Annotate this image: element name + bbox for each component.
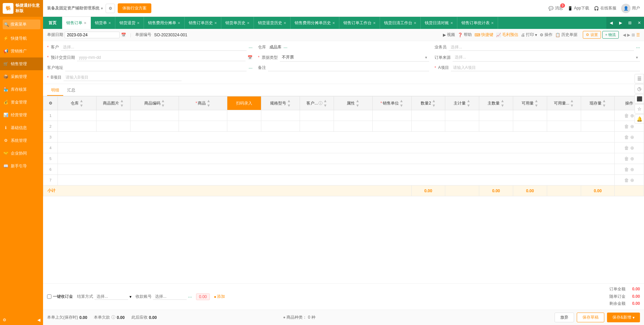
float-clock-btn[interactable]: ◷ — [635, 84, 644, 93]
tab-home[interactable]: 首页 — [43, 17, 62, 29]
tab-return-history[interactable]: 销货退货历史 ✕ — [254, 17, 291, 29]
video-btn[interactable]: ▶ 视频 — [443, 32, 455, 38]
sidebar-item-quicknav[interactable]: ⚡ 快捷导航 — [0, 32, 43, 45]
search-menu-button[interactable]: 🔍 搜索菜单 — [3, 19, 40, 29]
profit-estimate-btn[interactable]: 📈 毛利预估 — [496, 32, 518, 38]
tab-close-reconciliation[interactable]: ✕ — [450, 21, 453, 25]
copy-row-1-icon[interactable]: ⊕ — [630, 113, 634, 118]
sidebar-item-info[interactable]: ℹ 基础信息 — [0, 121, 43, 134]
tab-expand-icon[interactable]: ⊞ — [625, 17, 635, 29]
cell-spec-2[interactable] — [261, 121, 300, 132]
user-menu-button[interactable]: 👤 用户 — [621, 4, 640, 13]
cell-qty2-1[interactable] — [411, 110, 445, 121]
product-count-info-icon[interactable]: ● — [283, 315, 286, 320]
cell-image-2[interactable] — [97, 121, 130, 132]
save-dropdown-icon[interactable]: ▾ — [633, 315, 635, 320]
sort-icon-available2[interactable]: ▲▼ — [570, 98, 574, 108]
sidebar-item-purchase[interactable]: 📦 采购管理 — [0, 70, 43, 83]
cell-unit-2[interactable] — [373, 121, 411, 132]
tab-daily-workbench[interactable]: 钱货日清工作台 ✕ — [380, 17, 421, 29]
cell-avail2-1[interactable] — [547, 110, 581, 121]
add-payment-button[interactable]: ● 添加 — [214, 294, 225, 299]
cell-attr-2[interactable] — [334, 121, 373, 132]
sort-icon-custcode[interactable]: ▲▼ — [323, 98, 327, 108]
a-project-input[interactable] — [451, 64, 640, 71]
tab-sales-order[interactable]: 销售订单 ✕ — [62, 17, 91, 29]
sort-icon-main-unit[interactable]: ▲▼ — [466, 98, 470, 108]
customer-more-icon[interactable]: ··· — [249, 45, 253, 50]
address-more-icon[interactable]: ··· — [249, 65, 253, 71]
save-new-button[interactable]: 保存&新增 ▾ — [607, 313, 640, 322]
next-record-icon[interactable]: ▶ — [627, 33, 630, 37]
sort-icon-spec[interactable]: ▲▼ — [287, 98, 291, 108]
date-input[interactable] — [65, 32, 120, 38]
delete-row-4-icon[interactable]: 🗑 — [624, 145, 629, 151]
delete-row-5-icon[interactable]: 🗑 — [624, 156, 629, 161]
sidebar-item-collab[interactable]: 🤝 企业协同 — [0, 147, 43, 160]
copy-row-5-icon[interactable]: ⊕ — [630, 156, 634, 161]
sort-icon-image[interactable]: ▲▼ — [120, 98, 124, 108]
cell-code-2[interactable] — [130, 121, 179, 132]
prev-record-icon[interactable]: ◀ — [623, 33, 626, 37]
cell-mainunit-2[interactable] — [445, 121, 479, 132]
tab-statistics[interactable]: 销售订单统计表 ✕ — [457, 17, 498, 29]
copy-row-6-icon[interactable]: ⊕ — [630, 167, 634, 172]
calendar-icon[interactable]: 📅 — [121, 33, 126, 37]
cell-mainqty-1[interactable] — [479, 110, 513, 121]
customer-address-input[interactable] — [65, 64, 247, 71]
sort-icon-product[interactable]: ▲▼ — [206, 98, 211, 108]
cell-spec-1[interactable] — [261, 110, 300, 121]
tab-close-daily-workbench[interactable]: ✕ — [414, 21, 416, 25]
b-project-input[interactable] — [64, 74, 182, 81]
delete-row-3-icon[interactable]: 🗑 — [624, 134, 629, 140]
action-btn[interactable]: ⚙ 操作 — [540, 32, 553, 38]
tab-close-invoice-history[interactable]: ✕ — [247, 21, 250, 25]
tab-invoice-history[interactable]: 销货单历史 ✕ — [221, 17, 254, 29]
tab-order-workbench[interactable]: 销售订单工作台 ✕ — [339, 17, 380, 29]
cell-image-1[interactable] — [97, 110, 130, 121]
float-menu-btn[interactable]: ☰ — [635, 74, 644, 83]
sort-icon-code[interactable]: ▲▼ — [161, 98, 165, 108]
grid-view-icon[interactable]: ⊞ — [632, 33, 635, 37]
online-service-button[interactable]: 🎧 在线客服 — [594, 5, 616, 11]
sort-icon-attribute[interactable]: ▲▼ — [355, 98, 359, 108]
invoice-type-select[interactable]: 不开票 ▾ — [280, 53, 429, 62]
one-click-checkbox[interactable]: 一键收订金 — [47, 294, 73, 299]
collapse-icon[interactable]: ◀ — [37, 318, 40, 322]
staff-input[interactable] — [449, 44, 634, 51]
tab-close-sales-expense[interactable]: ✕ — [178, 21, 180, 25]
print-btn[interactable]: 🖨 打印 ▾ — [521, 32, 537, 38]
cell-scan-2[interactable] — [227, 121, 261, 132]
tab-sales-return[interactable]: 销货退货 ✕ — [115, 17, 144, 29]
sidebar-item-operation[interactable]: 📊 经营管理 — [0, 109, 43, 121]
cell-code-1[interactable] — [130, 110, 179, 121]
sidebar-item-guide[interactable]: 📖 新手引导 — [0, 160, 43, 172]
cell-qty2-2[interactable] — [411, 121, 445, 132]
save-draft-button[interactable]: 保存草稿 — [577, 313, 604, 322]
cell-warehouse-1[interactable] — [58, 110, 97, 121]
warehouse-more-icon[interactable]: ··· — [283, 45, 288, 50]
cell-product-1[interactable] — [179, 110, 227, 121]
copy-row-7-icon[interactable]: ⊕ — [630, 177, 634, 183]
cell-attr-1[interactable] — [334, 110, 373, 121]
sort-icon-available[interactable]: ▲▼ — [534, 98, 538, 108]
cell-warehouse-2[interactable] — [58, 121, 97, 132]
settings-btn[interactable]: ⚙ 设置 — [583, 31, 601, 39]
tab-close-sales-order[interactable]: ✕ — [84, 21, 86, 25]
delivery-calendar-icon[interactable]: 📅 — [248, 55, 253, 60]
tab-close-sales-invoice[interactable]: ✕ — [108, 21, 111, 25]
sidebar-item-marketing[interactable]: 📢 营销推广 — [0, 45, 43, 57]
float-bell-btn[interactable]: 🔔 — [635, 114, 644, 124]
tab-next-arrow[interactable]: ▶ — [616, 17, 625, 29]
cell-avail-2[interactable] — [513, 121, 547, 132]
float-star-btn[interactable]: ☆ — [635, 104, 644, 114]
app-selector[interactable]: 装备及固定资产辅助管理系统 ▾ — [47, 5, 103, 11]
history-btn[interactable]: 📋 历史单据 — [555, 32, 577, 38]
sidebar-item-system[interactable]: ⚙ 系统管理 — [0, 134, 43, 147]
payment-method-input[interactable] — [94, 293, 128, 300]
delivery-date-input[interactable] — [77, 54, 245, 61]
copy-row-3-icon[interactable]: ⊕ — [630, 134, 634, 140]
tab-close-order-history[interactable]: ✕ — [214, 21, 217, 25]
current-debit-info-icon[interactable]: ⓘ — [111, 315, 115, 320]
add-product-btn[interactable]: + 物流 — [602, 31, 619, 39]
